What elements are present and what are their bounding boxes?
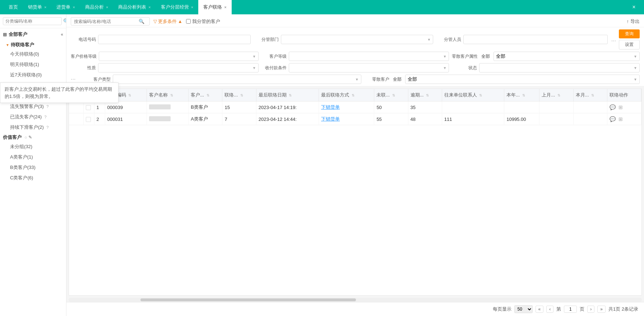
chat-icon-2[interactable]: 💬 (610, 116, 616, 122)
sort-icon-contact[interactable]: ⇅ (240, 93, 243, 97)
payment-select[interactable]: ▼ (289, 63, 449, 72)
row-method-1[interactable]: 下销货单 (321, 104, 340, 110)
link-icon-2[interactable]: ⊞ (618, 116, 623, 122)
top-nav: 首页 销货单 × 进货单 × 商品分析 × 商品分析列表 × 客户分层经营 × … (0, 0, 644, 14)
sidebar-collapse-btn[interactable]: « (61, 32, 63, 37)
sort-icon-date[interactable]: ⇅ (289, 93, 292, 97)
retail-select[interactable]: 全部 ▼ (405, 75, 640, 84)
sort-icon-uncontacted[interactable]: ⇅ (392, 93, 395, 97)
nature-select[interactable]: ▼ (98, 63, 259, 72)
nav-product-list-close[interactable]: × (148, 5, 150, 9)
manager-label: 分管人员 (436, 37, 461, 43)
row-checkbox-2[interactable] (86, 117, 91, 122)
chat-icon-1[interactable]: 💬 (610, 104, 616, 110)
col-date-label: 最后联络日期 (259, 92, 287, 98)
value-group-icons[interactable]: ○ ✎ (24, 135, 32, 140)
prev-page-btn[interactable]: ‹ (546, 306, 553, 313)
retail-label: 零散客户 (364, 76, 389, 82)
query-button[interactable]: 查询 (619, 29, 640, 38)
sidebar-group-pending[interactable]: ▼ 待联络客户 (0, 40, 66, 49)
sidebar-item-7days[interactable]: 近7天待联络(0) (0, 70, 66, 80)
row-contact-1: 15 (224, 105, 230, 110)
nav-sales-order[interactable]: 销货单 × (23, 0, 51, 14)
sidebar-item-tomorrow[interactable]: 明天待联络(1) (0, 60, 66, 70)
sidebar-item-c-class[interactable]: C类客户(6) (0, 173, 66, 183)
last-page-btn[interactable]: » (597, 306, 606, 313)
col-last-contact-method: 最后联络方式 ⇅ (319, 89, 374, 102)
sidebar-item-unclassified[interactable]: 未分组(32) (0, 142, 66, 152)
first-page-btn[interactable]: « (536, 306, 544, 313)
sort-icon-class[interactable]: ⇅ (207, 93, 209, 97)
sidebar-item-loss-warning[interactable]: 流失预警客户(3) ? (0, 102, 66, 112)
sidebar-search-icon[interactable]: 🔍 (63, 18, 66, 24)
retail-attr-select[interactable]: 全部 ▼ (494, 52, 640, 61)
col-this-year: 本年... ⇅ (504, 89, 539, 102)
row-method-2[interactable]: 下销货单 (321, 116, 340, 122)
nav-purchase-close[interactable]: × (73, 5, 75, 9)
row-checkbox-1[interactable] (86, 105, 91, 110)
per-page-select[interactable]: 50 20 100 (514, 305, 533, 313)
manager-input[interactable] (463, 35, 607, 44)
sort-icon-name[interactable]: ⇅ (170, 93, 173, 97)
sort-icon-unit[interactable]: ⇅ (479, 93, 482, 97)
horizontal-scrollbar[interactable] (69, 298, 642, 302)
next-page-btn[interactable]: › (587, 306, 594, 313)
page-input[interactable] (564, 306, 577, 313)
nav-product-analysis-list[interactable]: 商品分析列表 × (113, 0, 156, 14)
dept-chevron-icon: ▼ (427, 38, 431, 42)
my-customers-checkbox[interactable] (186, 19, 191, 24)
customer-level-select[interactable]: ▼ (289, 52, 449, 61)
sort-icon-method[interactable]: ⇅ (352, 93, 355, 97)
filter-bar: 🔍 ▽ 更多条件 ▲ 我分管的客户 ↑ 导出 (66, 14, 644, 27)
col-uncontacted: 未联... ⇅ (374, 89, 408, 102)
window-close-button[interactable]: × (627, 0, 640, 14)
dept-select[interactable]: ▼ (281, 35, 434, 44)
filter-cell-nature: 性质 ▼ (71, 63, 259, 72)
sort-icon-last-month[interactable]: ⇅ (557, 93, 560, 97)
nav-purchase-order[interactable]: 进货单 × (51, 0, 80, 14)
filter-icon: ▽ (153, 19, 157, 24)
main-search-input[interactable] (74, 19, 139, 24)
sidebar-item-a-class[interactable]: A类客户(1) (0, 152, 66, 162)
link-icon-1[interactable]: ⊞ (618, 104, 623, 110)
sidebar-unclassified-label: 未分组(32) (10, 144, 32, 149)
nav-sales-close[interactable]: × (44, 5, 46, 9)
main-search-icon[interactable]: 🔍 (139, 19, 144, 24)
sort-icon-this-month[interactable]: ⇅ (591, 93, 594, 97)
sort-icon-code[interactable]: ⇅ (128, 93, 131, 97)
page-end-label: 页 (580, 306, 584, 312)
scrollbar-thumb[interactable] (140, 298, 356, 301)
cell-settings-1 (69, 102, 83, 113)
more-filters-btn[interactable]: ▽ 更多条件 ▲ (153, 18, 182, 25)
nav-customer-contact[interactable]: 客户联络 × (198, 0, 231, 14)
tooltip-box: 距客户上次交易时长，超过了此客户的平均交易周期的1.5倍，则视为异常。 (0, 82, 66, 103)
export-button[interactable]: ↑ 导出 (627, 18, 640, 25)
status-select[interactable]: ▼ (479, 63, 640, 72)
sort-icon-overdue[interactable]: ⇅ (426, 93, 429, 97)
phone-input[interactable] (98, 35, 251, 44)
nav-home-label: 首页 (9, 4, 18, 10)
nav-product-analysis[interactable]: 商品分析 × (80, 0, 113, 14)
sidebar-search-input[interactable] (3, 17, 62, 25)
sidebar-item-declining[interactable]: 持续下滑客户(2) ? (0, 122, 66, 133)
more-dots-btn[interactable]: ··· (71, 76, 75, 82)
manager-more-btn[interactable]: ... (611, 36, 616, 43)
sidebar-all-customers[interactable]: ⊞ 全部客户 « (0, 28, 66, 40)
cell-contact-1: 15 (222, 102, 256, 113)
customer-type-select[interactable]: ▼ (113, 75, 361, 84)
sort-icon-this-year[interactable]: ⇅ (522, 93, 525, 97)
cell-class-1: B类客户 (189, 102, 222, 113)
nav-customer-tier-close[interactable]: × (191, 5, 193, 9)
cell-action-1: 💬 ⊞ (607, 102, 641, 113)
nav-customer-contact-close[interactable]: × (224, 5, 226, 9)
sidebar-item-b-class[interactable]: B类客户(33) (0, 162, 66, 173)
settings-button[interactable]: 设置 (619, 40, 640, 49)
sidebar-item-already-lost[interactable]: 已流失客户(24) ? (0, 112, 66, 122)
price-level-select[interactable]: ▼ (99, 52, 259, 61)
sidebar-item-today[interactable]: 今天待联络(0) (0, 49, 66, 60)
nav-home[interactable]: 首页 (4, 0, 23, 14)
row-index-2: 2 (97, 117, 99, 122)
nav-product-analysis-close[interactable]: × (106, 5, 108, 9)
nav-customer-tier[interactable]: 客户分层经营 × (156, 0, 198, 14)
col-last-month-label: 上月... (542, 92, 555, 98)
